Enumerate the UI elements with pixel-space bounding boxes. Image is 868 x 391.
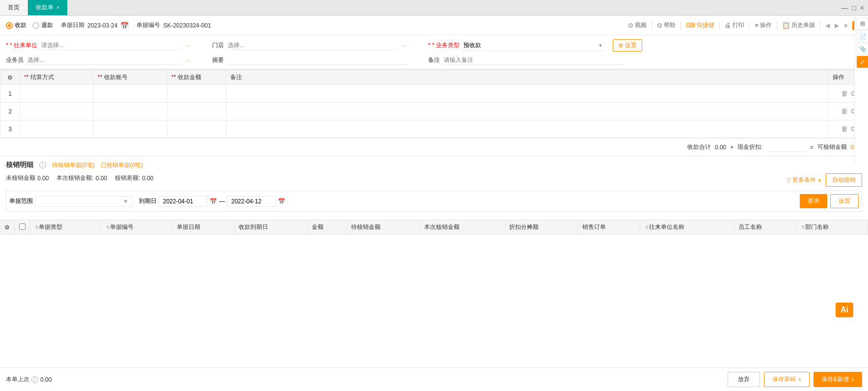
store-dots[interactable]: ··· bbox=[400, 42, 408, 49]
discount-input[interactable] bbox=[767, 142, 806, 152]
dept-col-header: ⇅部门名称 bbox=[796, 220, 868, 235]
video-btn[interactable]: ⊙ 视频 bbox=[628, 21, 647, 29]
verification-info-icon[interactable]: i bbox=[39, 162, 46, 168]
pending-link[interactable]: 待核销单据(0笔) bbox=[52, 161, 95, 169]
sidebar-doc-icon[interactable]: 📄 bbox=[857, 30, 868, 42]
table-gear-icon-2[interactable]: ⚙ bbox=[4, 224, 10, 231]
help-btn[interactable]: ⊙ 帮助 bbox=[657, 21, 676, 29]
counterpart-dots[interactable]: ··· bbox=[184, 42, 192, 49]
delete-icon-3[interactable]: 🗑 bbox=[841, 125, 848, 133]
row-amount-2[interactable] bbox=[167, 103, 226, 120]
business-type-dropdown[interactable]: 预收款 ▼ bbox=[461, 40, 605, 51]
radio-refund-label: 退款 bbox=[41, 21, 53, 29]
video-icon: ⊙ bbox=[628, 22, 633, 29]
due-date-end-input[interactable] bbox=[227, 196, 276, 207]
minimize-icon[interactable]: — bbox=[841, 4, 848, 12]
tab-bar-right: — □ × bbox=[841, 4, 868, 12]
row-account-2[interactable] bbox=[94, 103, 167, 120]
business-type-field: * * 业务类型 预收款 ▼ bbox=[428, 40, 605, 51]
date-label: 单据日期 bbox=[61, 21, 84, 29]
settings-button[interactable]: ⚙ 设置 bbox=[613, 39, 642, 52]
auto-verify-btn[interactable]: 自动核销 bbox=[826, 173, 862, 187]
row-remark-3[interactable] bbox=[226, 120, 829, 138]
select-all-checkbox[interactable] bbox=[19, 223, 26, 230]
tab-home-label: 首页 bbox=[8, 3, 20, 12]
salesperson-input[interactable] bbox=[26, 56, 182, 65]
operation-btn[interactable]: ≡ 操作 bbox=[755, 21, 772, 29]
row-num-1: 1 bbox=[0, 85, 20, 103]
save-btn[interactable]: 保存&新增 ∧ bbox=[814, 372, 862, 387]
delete-icon-1[interactable]: 🗑 bbox=[841, 89, 848, 98]
tab-close-icon[interactable]: × bbox=[56, 5, 59, 10]
table-row: 3 🗑 ⧉ bbox=[0, 120, 868, 138]
done-link[interactable]: 已核销单据(0笔) bbox=[101, 161, 143, 169]
checkbox-all-header[interactable] bbox=[15, 220, 30, 235]
sidebar-expand-icon[interactable]: ⤢ bbox=[857, 56, 868, 68]
calendar-end-icon[interactable]: 📅 bbox=[278, 198, 285, 205]
row-account-1[interactable] bbox=[94, 85, 167, 103]
summary-input[interactable] bbox=[226, 56, 408, 65]
more-conditions-btn[interactable]: ▽ 更多条件 ∧ bbox=[787, 176, 822, 184]
info-icon-footer[interactable]: i bbox=[31, 376, 38, 383]
unchecked-label: 未核销金额 bbox=[6, 174, 35, 182]
radio-receive[interactable]: 收款 bbox=[6, 21, 27, 29]
operation-label: 操作 bbox=[760, 21, 772, 29]
history-btn[interactable]: 📋 历史单据 bbox=[782, 21, 815, 29]
help-icon: ⊙ bbox=[657, 22, 662, 29]
settings-btn-label: 设置 bbox=[625, 41, 637, 50]
draft-btn[interactable]: 保存草稿 ∧ bbox=[764, 372, 810, 387]
due-date-label: 到期日 bbox=[139, 197, 157, 205]
row-settlement-3[interactable] bbox=[20, 120, 94, 138]
due-date-start-input[interactable] bbox=[159, 196, 208, 207]
main-content: 收款 退款 单据日期 2023-03-24 📅 单据编号 SK-20230324… bbox=[0, 16, 868, 391]
calendar-icon[interactable]: 📅 bbox=[120, 22, 129, 29]
delete-icon-2[interactable]: 🗑 bbox=[841, 107, 848, 115]
summary-row: 收款合计 0.00 + 现金折扣: = 可核销金额 0.00 bbox=[0, 138, 868, 156]
shortcut-btn[interactable]: ⌨ 快捷键 bbox=[686, 21, 714, 29]
radio-receive-label: 收款 bbox=[15, 21, 27, 29]
maximize-icon[interactable]: □ bbox=[852, 4, 856, 12]
verification-title: 核销明细 bbox=[6, 161, 33, 169]
filter-settings-btn[interactable]: 设置 bbox=[830, 194, 859, 208]
nav-prev-icon[interactable]: ◀ bbox=[825, 22, 830, 29]
nav-next-icon[interactable]: ▶ bbox=[835, 22, 839, 29]
filter-actions: 查询 设置 bbox=[800, 194, 859, 208]
date-range-separator: — bbox=[219, 198, 225, 205]
row-num-3: 3 bbox=[0, 120, 20, 138]
ai-badge[interactable]: Ai bbox=[836, 303, 853, 317]
row-remark-2[interactable] bbox=[226, 103, 829, 120]
tab-home[interactable]: 首页 bbox=[0, 0, 28, 15]
row-amount-1[interactable] bbox=[167, 85, 226, 103]
row-amount-3[interactable] bbox=[167, 120, 226, 138]
discard-btn[interactable]: 放弃 bbox=[728, 372, 760, 387]
row-account-3[interactable] bbox=[94, 120, 167, 138]
range-select[interactable]: ▼ bbox=[35, 196, 133, 207]
list-icon[interactable]: ≡ bbox=[844, 22, 847, 29]
radio-refund-circle bbox=[32, 22, 39, 29]
print-btn[interactable]: 🖨 打印 bbox=[725, 21, 744, 29]
sep6 bbox=[820, 22, 820, 29]
table-gear-icon[interactable]: ⚙ bbox=[7, 74, 13, 81]
store-input[interactable] bbox=[226, 41, 398, 50]
type-sort-icon: ⇅ bbox=[35, 225, 39, 230]
sidebar-table-icon[interactable]: ⊞ bbox=[857, 18, 868, 29]
row-remark-1[interactable] bbox=[226, 85, 829, 103]
query-btn[interactable]: 查询 bbox=[800, 194, 827, 208]
gear-col-header[interactable]: ⚙ bbox=[0, 70, 20, 85]
radio-refund[interactable]: 退款 bbox=[32, 21, 53, 29]
calendar-start-icon[interactable]: 📅 bbox=[210, 198, 217, 205]
remark-input[interactable] bbox=[442, 56, 624, 65]
counterpart-input[interactable] bbox=[39, 41, 182, 50]
order-value: 0.00 bbox=[40, 376, 52, 383]
diff-stat: 核销差额: 0.00 bbox=[115, 174, 154, 182]
window-close-icon[interactable]: × bbox=[860, 4, 864, 12]
verification-stats: 未核销金额 0.00 本次核销金额: 0.00 核销差额: 0.00 bbox=[6, 174, 154, 182]
remark-col-header: 备注 bbox=[226, 70, 829, 85]
chevron-down-icon: ▼ bbox=[598, 43, 603, 48]
tab-active[interactable]: 收款单 × bbox=[28, 0, 68, 15]
sidebar-attachment-icon[interactable]: 📎 bbox=[857, 43, 868, 55]
salesperson-dots[interactable]: ··· bbox=[184, 57, 192, 64]
row-settlement-2[interactable] bbox=[20, 103, 94, 120]
settlement-col-header: ** 结算方式 bbox=[20, 70, 94, 85]
row-settlement-1[interactable] bbox=[20, 85, 94, 103]
